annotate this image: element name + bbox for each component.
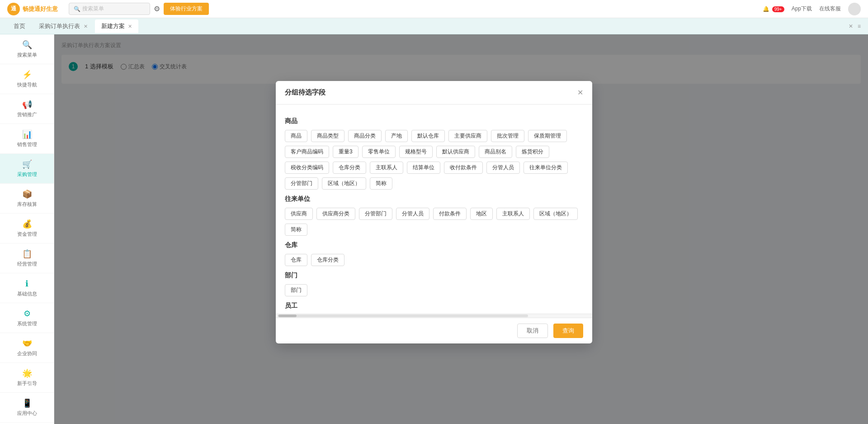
logo-text: 畅捷通好生意	[23, 5, 58, 13]
marketing-icon: 📢	[22, 100, 32, 110]
field-tag[interactable]: 分管人员	[396, 208, 429, 220]
field-tag[interactable]: 主联系人	[370, 162, 403, 174]
inventory-icon: 📦	[22, 189, 32, 199]
sidebar-item-basic-info[interactable]: ℹ 基础信息	[0, 273, 54, 303]
confirm-button[interactable]: 查询	[553, 324, 583, 338]
field-tag[interactable]: 零售单位	[362, 146, 396, 158]
sidebar-item-sales[interactable]: 📊 销售管理	[0, 124, 54, 154]
modal-body: 商品 商品 商品类型 商品分类 产地 默认仓库 主要供应商 批次管理 保质期管理…	[276, 105, 592, 314]
field-tag[interactable]: 主要供应商	[448, 130, 487, 142]
tab-new-plan[interactable]: 新建方案 ✕	[95, 19, 139, 33]
field-tag[interactable]: 客户商品编码	[285, 146, 329, 158]
field-tag[interactable]: 往来单位分类	[524, 162, 568, 174]
field-tag[interactable]: 默认仓库	[411, 130, 445, 142]
field-tag[interactable]: 简称	[285, 224, 307, 236]
user-avatar[interactable]	[848, 3, 861, 15]
search-menu-icon: 🔍	[22, 40, 32, 50]
sidebar-item-purchase[interactable]: 🛒 采购管理	[0, 154, 54, 184]
field-tag[interactable]: 分管部门	[285, 177, 318, 190]
field-tag[interactable]: 区域（地区）	[322, 177, 366, 190]
field-tag[interactable]: 仓库	[285, 254, 307, 266]
sidebar-item-collab[interactable]: 🤝 企业协同	[0, 333, 54, 363]
sidebar-label-system: 系统管理	[17, 320, 37, 327]
field-tag[interactable]: 结算单位	[407, 162, 440, 174]
field-tag[interactable]: 保质期管理	[528, 130, 567, 142]
field-tag[interactable]: 仓库分类	[311, 254, 344, 266]
field-grid-goods: 商品 商品类型 商品分类 产地 默认仓库 主要供应商 批次管理 保质期管理 客户…	[285, 130, 583, 190]
field-grid-partner: 供应商 供应商分类 分管部门 分管人员 付款条件 地区 主联系人 区域（地区） …	[285, 208, 583, 236]
cancel-button[interactable]: 取消	[517, 324, 548, 338]
sidebar-label-quicknav: 快捷导航	[17, 81, 37, 88]
field-selection-modal: 分组待选字段 ✕ 商品 商品 商品类型 商品分类 产地 默认仓库 主要供应商 批…	[276, 81, 592, 343]
sidebar-label-search: 搜索菜单	[17, 52, 37, 58]
search-placeholder: 搜索菜单	[82, 5, 104, 13]
field-tag[interactable]: 重量3	[333, 146, 359, 158]
field-tag[interactable]: 区域（地区）	[533, 208, 578, 220]
tab-bar: 首页 采购订单执行表 ✕ 新建方案 ✕ ✕ ≡	[0, 18, 868, 34]
field-tag[interactable]: 仓库分类	[333, 162, 366, 174]
field-tag[interactable]: 规格型号	[399, 146, 433, 158]
field-tag[interactable]: 商品	[285, 130, 307, 142]
section-title-goods: 商品	[285, 117, 583, 125]
gear-icon[interactable]: ⚙	[154, 5, 160, 13]
tab-purchase-list[interactable]: 采购订单执行表 ✕	[33, 19, 94, 33]
notification-area[interactable]: 🔔 99+	[763, 6, 784, 12]
basic-info-icon: ℹ	[25, 279, 28, 289]
sidebar-label-app-center: 应用中心	[17, 410, 37, 417]
modal-header: 分组待选字段 ✕	[276, 81, 592, 105]
section-title-warehouse: 仓库	[285, 241, 583, 249]
field-tag[interactable]: 主联系人	[496, 208, 530, 220]
quicknav-icon: ⚡	[22, 70, 32, 80]
field-tag[interactable]: 供应商分类	[316, 208, 355, 220]
sidebar-item-finance[interactable]: 💰 资金管理	[0, 214, 54, 243]
field-tag[interactable]: 分管人员	[486, 162, 520, 174]
field-tag[interactable]: 产地	[385, 130, 408, 142]
sidebar-label-collab: 企业协同	[17, 350, 37, 357]
tab-close-new-plan[interactable]: ✕	[128, 24, 132, 29]
tab-close-all[interactable]: ✕	[849, 23, 853, 29]
field-tag[interactable]: 分管部门	[359, 208, 392, 220]
sidebar-item-search[interactable]: 🔍 搜索菜单	[0, 34, 54, 64]
field-tag[interactable]: 收付款条件	[444, 162, 483, 174]
modal-close-btn[interactable]: ✕	[577, 88, 583, 97]
field-tag[interactable]: 商品类型	[311, 130, 344, 142]
field-tag[interactable]: 炼货积分	[516, 146, 549, 158]
field-tag[interactable]: 简称	[370, 177, 392, 190]
sidebar-item-marketing[interactable]: 📢 营销推广	[0, 94, 54, 124]
sidebar-item-app-center[interactable]: 📱 应用中心	[0, 393, 54, 423]
modal-hscrollbar[interactable]	[276, 314, 592, 318]
app-center-icon: 📱	[22, 398, 32, 408]
guide-icon: 🌟	[22, 368, 32, 378]
app-download-link[interactable]: App下载	[792, 5, 812, 13]
collab-icon: 🤝	[22, 338, 32, 348]
tab-home[interactable]: 首页	[7, 19, 32, 33]
finance-icon: 💰	[22, 219, 32, 229]
field-tag[interactable]: 商品别名	[479, 146, 512, 158]
online-service-link[interactable]: 在线客服	[819, 5, 841, 13]
sidebar-item-quicknav[interactable]: ⚡ 快捷导航	[0, 64, 54, 94]
sidebar-item-system[interactable]: ⚙ 系统管理	[0, 303, 54, 333]
field-tag[interactable]: 税收分类编码	[285, 162, 329, 174]
tab-menu[interactable]: ≡	[858, 23, 861, 29]
field-tag[interactable]: 付款条件	[433, 208, 467, 220]
field-tag[interactable]: 默认供应商	[436, 146, 475, 158]
sidebar: 🔍 搜索菜单 ⚡ 快捷导航 📢 营销推广 📊 销售管理 🛒 采购管理 📦 库存核…	[0, 34, 54, 424]
field-tag[interactable]: 供应商	[285, 208, 313, 220]
sidebar-label-marketing: 营销推广	[17, 111, 37, 118]
field-tag[interactable]: 商品分类	[348, 130, 382, 142]
section-title-staff: 员工	[285, 302, 583, 310]
experience-btn[interactable]: 体验行业方案	[164, 3, 209, 15]
sidebar-item-guide[interactable]: 🌟 新手引导	[0, 363, 54, 393]
sidebar-item-operations[interactable]: 📋 经营管理	[0, 243, 54, 273]
sidebar-label-basic-info: 基础信息	[17, 291, 37, 297]
field-tag[interactable]: 地区	[470, 208, 493, 220]
top-right: 🔔 99+ App下载 在线客服	[763, 3, 861, 15]
tab-close-purchase[interactable]: ✕	[84, 24, 88, 29]
sidebar-label-operations: 经营管理	[17, 261, 37, 267]
search-box[interactable]: 🔍 搜索菜单	[69, 3, 150, 15]
field-tag[interactable]: 部门	[285, 284, 307, 296]
sidebar-item-inventory[interactable]: 📦 库存核算	[0, 184, 54, 214]
sales-icon: 📊	[22, 129, 32, 139]
notification-badge: 99+	[772, 6, 784, 12]
field-tag[interactable]: 批次管理	[491, 130, 524, 142]
